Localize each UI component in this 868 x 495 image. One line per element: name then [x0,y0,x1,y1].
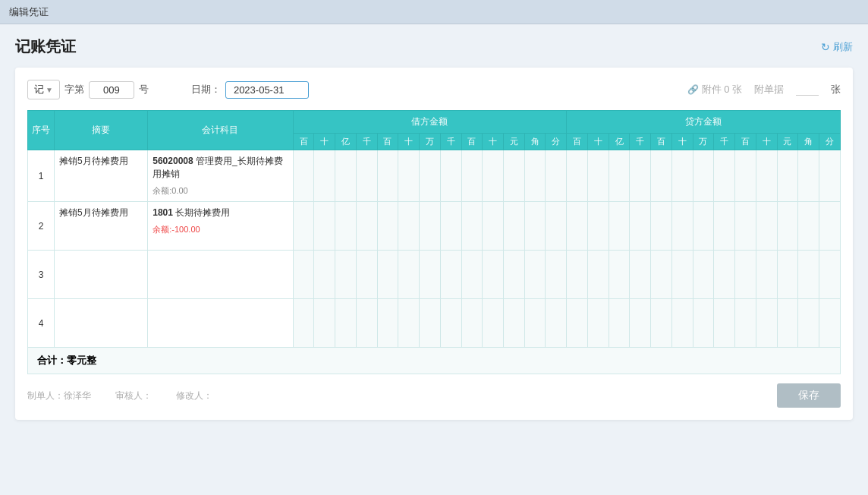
debit-digit-0-12[interactable] [546,150,567,202]
debit-digit-3-5[interactable] [398,299,420,348]
debit-digit-1-3[interactable] [356,202,377,251]
summary-cell-0[interactable]: 摊销5月待摊费用 [55,150,148,202]
attachment-link[interactable]: 🔗 附件 0 张 [687,83,742,96]
account-cell-0[interactable]: 56020008 管理费用_长期待摊费用摊销余额:0.00 [148,150,293,202]
credit-digit-1-14[interactable] [587,202,609,251]
debit-digit-0-11[interactable] [524,150,546,202]
credit-digit-0-19[interactable] [693,150,714,202]
debit-digit-3-6[interactable] [420,299,441,348]
credit-digit-0-16[interactable] [630,150,651,202]
credit-digit-0-17[interactable] [651,150,672,202]
debit-digit-3-3[interactable] [356,299,377,348]
credit-digit-0-22[interactable] [756,150,777,202]
debit-digit-3-7[interactable] [440,299,461,348]
debit-digit-3-1[interactable] [314,299,335,348]
debit-digit-2-1[interactable] [314,251,335,299]
credit-digit-2-15[interactable] [609,251,630,299]
credit-digit-3-19[interactable] [693,299,714,348]
credit-digit-3-14[interactable] [587,299,609,348]
credit-digit-3-23[interactable] [777,299,798,348]
credit-digit-1-21[interactable] [735,202,756,251]
credit-digit-3-21[interactable] [735,299,756,348]
debit-digit-0-5[interactable] [398,150,420,202]
credit-digit-1-23[interactable] [777,202,798,251]
credit-digit-3-13[interactable] [567,299,588,348]
date-input[interactable] [225,81,309,99]
debit-digit-2-10[interactable] [504,251,525,299]
debit-digit-1-8[interactable] [461,202,483,251]
debit-digit-3-8[interactable] [461,299,483,348]
credit-digit-1-18[interactable] [671,202,693,251]
credit-digit-2-13[interactable] [567,251,588,299]
credit-digit-1-13[interactable] [567,202,588,251]
debit-digit-3-10[interactable] [504,299,525,348]
type-select[interactable]: 记 ▼ [27,80,60,99]
credit-digit-3-25[interactable] [819,299,841,348]
debit-digit-2-7[interactable] [440,251,461,299]
debit-digit-2-12[interactable] [546,251,567,299]
credit-digit-2-21[interactable] [735,251,756,299]
account-cell-1[interactable]: 1801 长期待摊费用余额:-100.00 [148,202,293,251]
credit-digit-0-18[interactable] [671,150,693,202]
debit-digit-2-3[interactable] [356,251,377,299]
credit-digit-2-22[interactable] [756,251,777,299]
credit-digit-1-15[interactable] [609,202,630,251]
debit-digit-3-12[interactable] [546,299,567,348]
zhang-input[interactable] [796,84,819,96]
credit-digit-2-18[interactable] [671,251,693,299]
credit-digit-2-20[interactable] [714,251,735,299]
debit-digit-2-4[interactable] [377,251,398,299]
debit-digit-1-0[interactable] [293,202,314,251]
credit-digit-0-23[interactable] [777,150,798,202]
debit-digit-1-1[interactable] [314,202,335,251]
debit-digit-3-2[interactable] [335,299,357,348]
credit-digit-2-23[interactable] [777,251,798,299]
refresh-button[interactable]: ↻ 刷新 [821,40,853,54]
summary-cell-3[interactable] [55,299,148,348]
credit-digit-1-22[interactable] [756,202,777,251]
credit-digit-1-24[interactable] [798,202,819,251]
credit-digit-1-20[interactable] [714,202,735,251]
credit-digit-1-19[interactable] [693,202,714,251]
debit-digit-0-10[interactable] [504,150,525,202]
credit-digit-3-22[interactable] [756,299,777,348]
debit-digit-1-12[interactable] [546,202,567,251]
credit-digit-0-25[interactable] [819,150,841,202]
account-cell-3[interactable] [148,299,293,348]
debit-digit-1-11[interactable] [524,202,546,251]
debit-digit-0-4[interactable] [377,150,398,202]
debit-digit-2-6[interactable] [420,251,441,299]
debit-digit-2-8[interactable] [461,251,483,299]
save-button[interactable]: 保存 [777,383,841,408]
credit-digit-3-20[interactable] [714,299,735,348]
credit-digit-3-18[interactable] [671,299,693,348]
debit-digit-1-9[interactable] [483,202,504,251]
credit-digit-2-25[interactable] [819,251,841,299]
summary-cell-2[interactable] [55,251,148,299]
debit-digit-1-5[interactable] [398,202,420,251]
credit-digit-3-24[interactable] [798,299,819,348]
credit-digit-0-24[interactable] [798,150,819,202]
debit-digit-1-4[interactable] [377,202,398,251]
debit-digit-1-10[interactable] [504,202,525,251]
account-cell-2[interactable] [148,251,293,299]
debit-digit-0-8[interactable] [461,150,483,202]
credit-digit-0-21[interactable] [735,150,756,202]
debit-digit-1-2[interactable] [335,202,357,251]
debit-digit-0-6[interactable] [420,150,441,202]
credit-digit-2-16[interactable] [630,251,651,299]
credit-digit-3-15[interactable] [609,299,630,348]
debit-digit-3-0[interactable] [293,299,314,348]
credit-digit-2-17[interactable] [651,251,672,299]
number-input[interactable] [89,81,134,99]
summary-cell-1[interactable]: 摊销5月待摊费用 [55,202,148,251]
credit-digit-3-17[interactable] [651,299,672,348]
debit-digit-3-4[interactable] [377,299,398,348]
credit-digit-0-15[interactable] [609,150,630,202]
credit-digit-2-19[interactable] [693,251,714,299]
debit-digit-0-2[interactable] [335,150,357,202]
debit-digit-3-9[interactable] [483,299,504,348]
debit-digit-2-0[interactable] [293,251,314,299]
debit-digit-0-1[interactable] [314,150,335,202]
credit-digit-0-20[interactable] [714,150,735,202]
